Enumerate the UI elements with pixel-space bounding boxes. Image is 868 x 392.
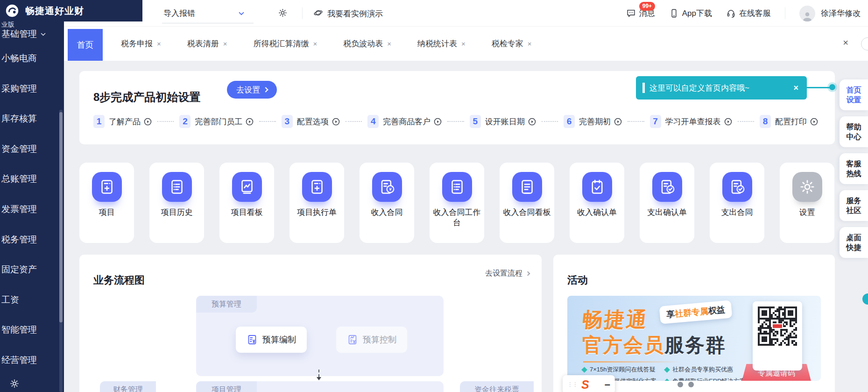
setup-step[interactable]: 8配置打印 [760,115,818,128]
app-label: 收入合同工作台 [430,207,484,228]
setup-step[interactable]: 7学习开单查报表 [650,115,732,128]
rail-button-帮助中心[interactable]: 帮助中心 [840,116,868,147]
play-icon[interactable] [810,118,818,126]
tab[interactable]: 税检专家× [492,38,532,49]
app-card-项目历史[interactable]: 项目历史 [149,163,204,243]
setup-step[interactable]: 3配置选项 [282,115,340,128]
chevron-down-icon[interactable] [238,10,245,17]
tab-close-icon[interactable]: × [313,40,318,48]
play-icon[interactable] [614,118,622,126]
app-card-收入合同[interactable]: ¥收入合同 [360,163,414,243]
carousel-dot[interactable] [677,382,683,387]
app-title: 畅捷通好业财 [25,5,84,17]
sidebar-item[interactable]: 小畅电商 [1,52,63,64]
tabbar-overflow-button[interactable] [861,37,868,50]
setup-step[interactable]: 6完善期初 [564,115,622,128]
demo-link[interactable]: 我要看实例演示 [327,8,383,19]
tab-home[interactable]: 首页 [68,29,103,61]
app-card-支出合同[interactable]: 支出合同 [710,163,764,243]
avatar[interactable] [799,6,815,21]
setup-step[interactable]: 2完善部门员工 [179,115,254,128]
sidebar-item[interactable]: 工资 [1,294,63,306]
sidebar-item[interactable]: 发票管理 [1,203,63,215]
play-icon[interactable] [144,118,152,126]
app-card-项目执行单[interactable]: 项目执行单 [289,163,344,243]
headset-icon [726,8,736,18]
drag-handle-icon[interactable]: ⋮⋮ [567,381,578,388]
sidebar-item[interactable]: 采购管理 [1,83,63,95]
tab-close-icon[interactable]: × [461,40,466,48]
sidebar-item[interactable]: 总账管理 [1,173,63,185]
tab-close-icon[interactable]: × [223,40,227,48]
floating-assistant-widget[interactable]: ⋮⋮ S – [563,375,615,392]
setup-step[interactable]: 4完善商品客户 [367,115,442,128]
tab[interactable]: 税务申报× [121,38,161,49]
budget-compile-button[interactable]: 预算编制 [236,327,307,353]
app-card-收入合同看板[interactable]: 收入合同看板 [500,163,554,243]
app-card-收入合同工作台[interactable]: 收入合同工作台 [430,163,484,243]
budget-panel-label: 预算管理 [196,296,257,313]
rail-button-桌面快捷[interactable]: 桌面快捷 [840,227,868,258]
sidebar-item[interactable]: 税务管理 [1,234,63,246]
step-label: 学习开单查报表 [665,116,721,127]
sidebar-item[interactable]: 经营管理 [1,354,63,366]
app-card-项目看板[interactable]: 项目看板 [219,163,274,243]
rail-button-首页设置[interactable]: 首页设置 [840,79,868,110]
sidebar-item-top-partial[interactable]: 基础管理 [1,28,46,40]
sidebar-item[interactable]: 固定资产 [1,264,63,276]
sidebar-scrollbar-thumb[interactable] [59,112,63,322]
play-icon[interactable] [246,118,254,126]
tab-close-icon[interactable]: × [157,40,161,48]
close-all-tabs-icon[interactable]: × [843,37,848,48]
sidebar-item[interactable]: 智能管理 [1,324,63,336]
rail-button-客服热线[interactable]: 客服热线 [840,153,868,184]
play-icon[interactable] [332,118,340,126]
play-icon[interactable] [528,118,536,126]
app-card-项目[interactable]: 项目 [79,163,134,243]
rail-button-服务社区[interactable]: 服务社区 [840,190,868,221]
sidebar-item[interactable]: 资金管理 [1,143,63,155]
nav-dropdown[interactable]: 导入报错 [163,8,195,19]
messages-button[interactable]: 消息 99+ [626,8,655,19]
project-panel: 项目管理 [196,381,444,392]
tab[interactable]: 所得税汇算清缴× [254,38,318,49]
sidebar-settings-gear-icon[interactable] [9,378,20,389]
username[interactable]: 徐泽华修改 [821,8,861,19]
rail-peek-tab[interactable] [862,293,868,305]
setup-step[interactable]: 5设开账日期 [470,115,536,128]
play-icon[interactable] [724,118,732,126]
tooltip-close-icon[interactable]: × [791,83,800,93]
budget-control-button[interactable]: 预算控制 [336,327,407,353]
app-download-button[interactable]: App下载 [669,8,712,19]
banner-brand: 畅捷通 [581,306,649,334]
app-window: 业版 基础管理 小畅电商采购管理库存核算资金管理总账管理发票管理税务管理固定资产… [0,0,868,392]
app-card-设置[interactable]: 设置 [780,163,834,243]
app-card-支出确认单[interactable]: 支出确认单 [640,163,694,243]
minimize-button[interactable]: – [605,382,610,387]
gear-icon[interactable] [278,8,288,18]
logo-bar: 畅捷通好业财 [0,0,142,21]
tab[interactable]: 税表清册× [187,38,227,49]
sidebar-item[interactable]: 库存核算 [1,113,63,125]
banner-benefit: 7×15h资深顾问在线答疑 [582,365,656,374]
tab-close-icon[interactable]: × [528,40,532,48]
tab[interactable]: 税负波动表× [343,38,391,49]
carousel-dot[interactable] [688,382,694,387]
go-setup-button[interactable]: 去设置 [227,81,277,99]
app-label: 项目执行单 [294,207,339,218]
sidebar-scrollbar[interactable] [59,110,63,392]
go-setup-flow-link[interactable]: 去设置流程 [485,269,529,278]
doc-plus-icon [302,172,332,202]
tab[interactable]: 纳税统计表× [417,38,466,49]
qr-code[interactable] [753,301,802,371]
play-icon[interactable] [434,118,442,126]
online-service-button[interactable]: 在线客服 [726,8,771,19]
tab-close-icon[interactable]: × [387,40,391,48]
app-card-收入确认单[interactable]: 收入确认单 [570,163,624,243]
divider [785,7,785,19]
promo-banner[interactable]: 畅捷通 享社群专属权益 官方会员服务群 7×15h资深顾问在线答疑社群会员专享购… [567,296,821,381]
setup-step[interactable]: 1了解产品 [93,115,152,128]
tooltip-anchor-dot [829,84,835,90]
demo-globe-icon[interactable] [313,8,323,18]
step-number: 7 [650,115,661,128]
